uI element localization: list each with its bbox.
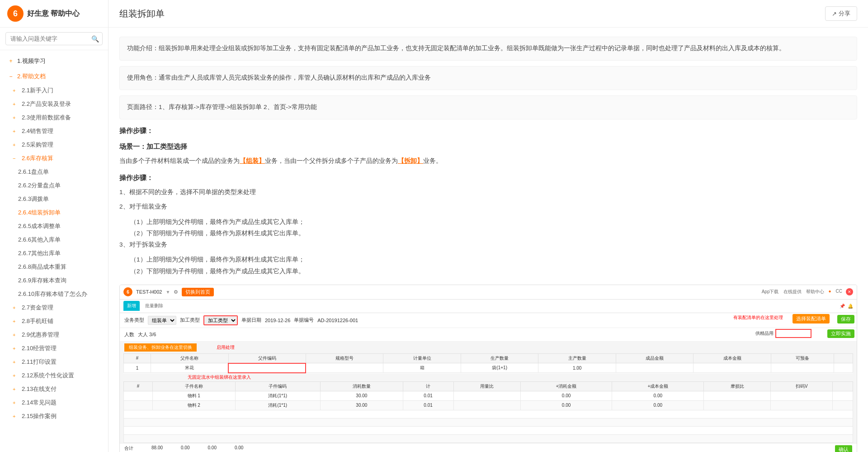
plus-icon-mobile: + (13, 319, 19, 324)
th-parent-name: 父件名称 (151, 353, 228, 363)
sidebar-item-inventory[interactable]: − 2.6库存核算 (0, 152, 108, 165)
sidebar-header: 6 好生意 帮助中心 (0, 0, 108, 28)
sidebar-item-finance[interactable]: + 2.7资金管理 (0, 301, 108, 314)
screenshot-enable-input[interactable] (775, 329, 811, 338)
sidebar-leaf-cost-calc[interactable]: 2.6.8商品成本重算 (0, 260, 108, 274)
sidebar-item-custom[interactable]: + 2.12系统个性化设置 (0, 369, 108, 382)
sidebar-item-sales[interactable]: + 2.4销售管理 (0, 124, 108, 138)
sidebar-leaf-other-out[interactable]: 2.6.7其他出库单 (0, 247, 108, 260)
screenshot-bottom-action: 确认 (835, 445, 852, 452)
sidebar-item-mgmt[interactable]: + 2.10经营管理 (0, 342, 108, 355)
sidebar-item-print[interactable]: + 2.11打印设置 (0, 355, 108, 369)
screenshot-settings-icon: ⚙ (174, 289, 178, 295)
sidebar-leaf-stock-count2[interactable]: 2.6.2分量盘点单 (0, 179, 108, 192)
td-prod-qty: 袋(1+1) (461, 363, 538, 373)
sidebar-leaf-other-in[interactable]: 2.6.6其他入库单 (0, 233, 108, 247)
td-spec (306, 363, 383, 373)
plus-icon: + (7, 57, 14, 65)
screenshot-confirm-btn[interactable]: 立即实施 (827, 329, 854, 338)
func-desc-block: 功能介绍：组装拆卸单用来处理企业组装或拆卸等加工业务，支持有固定装配清单的产品加… (119, 37, 857, 61)
td-num: 1 (124, 363, 151, 373)
screenshot-type-select[interactable]: 组装单 拆卸单 (148, 316, 176, 325)
sidebar-leaf-account-err[interactable]: 2.6.10库存账本错了怎么办 (0, 287, 108, 301)
step3-text: 3、对于拆装业务 (119, 239, 857, 250)
screenshot-form-label-num: 单据编号 (294, 317, 314, 324)
screenshot-inner: 6 TEST-H002 ▼ ⚙ 切换到首页 App下载 在线提供 帮助中心 ● … (120, 285, 857, 452)
sidebar-item-purchase[interactable]: + 2.5采购管理 (0, 138, 108, 152)
share-button[interactable]: ↗ 分享 (825, 6, 857, 21)
screenshot-form-label2: 人数 (124, 331, 134, 338)
sidebar-leaf-adjust[interactable]: 2.6.3调拨单 (0, 192, 108, 206)
screenshot-top-icons: App下载 在线提供 帮助中心 ● CC (762, 289, 842, 295)
td2-num (124, 391, 153, 400)
screenshot-enable-annotation: 启用处理 (217, 345, 235, 350)
sidebar-item-new[interactable]: + 2.1新手入门 (0, 84, 108, 97)
th2-scan: 扫码V (771, 381, 833, 391)
search-button[interactable]: 🔍 (91, 35, 99, 43)
sidebar-item-coupon[interactable]: + 2.9优惠券管理 (0, 328, 108, 342)
th-main-qty: 主产数量 (538, 353, 616, 363)
td2-consume-amt: 0.00 (520, 391, 612, 400)
sidebar-leaf-cost-adj[interactable]: 2.6.5成本调整单 (0, 219, 108, 233)
th-num: # (124, 353, 151, 363)
screenshot-user-dot: ● (829, 289, 831, 295)
plus-icon-coupon: + (13, 332, 19, 338)
td-cost-amt (693, 363, 771, 373)
step2-text: 2、对于组装业务 (119, 201, 857, 212)
sidebar-item-mobile[interactable]: + 2.8手机旺铺 (0, 314, 108, 328)
screenshot-date-val: 2019-12-26 (265, 318, 290, 323)
sidebar-leaf-stock-count[interactable]: 2.6.1盘点单 (0, 165, 108, 179)
td2-loss2 (704, 400, 771, 410)
plus-icon-mgmt: + (13, 346, 19, 351)
td2-child-code2: 消耗(1*1) (235, 400, 320, 410)
th2-cost-amt: +成本金额 (612, 381, 704, 391)
screenshot-logo: 6 (123, 287, 132, 296)
nav-sub-docs: + 2.1新手入门 + 2.2产品安装及登录 + 2.3使用前数据准备 + 2.… (0, 84, 108, 423)
screenshot-bottom-val4: 0.00 (235, 445, 243, 452)
screenshot-nav-icons: 📌 🔔 (840, 304, 853, 309)
scene1-desc: 当由多个子件材料组装成一个成品的业务为【组装】业务，当由一个父件拆分成多个子产品… (119, 156, 857, 167)
screenshot-switch-btn[interactable]: 切换到首页 (182, 288, 214, 296)
sidebar-item-video[interactable]: + 1.视频学习 (0, 54, 108, 68)
sidebar-item-cases[interactable]: + 2.15操作案例 (0, 409, 108, 423)
td2-action (833, 391, 853, 400)
screenshot-bottom-confirm-btn[interactable]: 确认 (835, 445, 852, 452)
screenshot-child-table: # 子件名称 子件编码 消耗数量 计 用量比 +消耗金额 +成本金额 摩损比 扫… (123, 381, 853, 443)
th2-child-name: 子件名称 (152, 381, 235, 391)
sidebar-item-install[interactable]: + 2.2产品安装及登录 (0, 97, 108, 111)
th-available: 可预备 (771, 353, 834, 363)
plus-icon-cases: + (13, 414, 19, 419)
operation-title: 操作步骤： (119, 127, 857, 135)
sidebar-leaf-assemble[interactable]: 2.6.4组装拆卸单 (0, 206, 108, 219)
sidebar-item-faq[interactable]: + 2.14常见问题 (0, 396, 108, 409)
sidebar-item-pay[interactable]: + 2.13在线支付 (0, 382, 108, 396)
share-icon: ↗ (832, 10, 837, 17)
screenshot-save-btn[interactable]: 保存 (837, 315, 854, 324)
search-input[interactable] (5, 32, 103, 45)
td2-consume-qty: 30.00 (321, 391, 403, 400)
table-row (124, 434, 853, 442)
th-cost-amt: 成本金额 (693, 353, 771, 363)
screenshot-choose-btn[interactable]: 选择装配清单 (793, 314, 830, 324)
screenshot-form-label-proc: 加工类型 (180, 317, 200, 324)
td2-scan2 (771, 400, 833, 410)
th2-ratio: 用量比 (453, 381, 520, 391)
sidebar-leaf-stock-query[interactable]: 2.6.9库存账本查询 (0, 274, 108, 287)
screenshot-help-center: 帮助中心 (806, 289, 824, 295)
th2-loss-ratio: 摩损比 (704, 381, 771, 391)
screenshot-bottom-val2: 0.00 (181, 445, 189, 452)
screenshot-close-btn[interactable]: ✕ (846, 288, 853, 295)
screenshot-proc-select[interactable]: 加工类型 (203, 315, 238, 325)
plus-icon-finance: + (13, 305, 19, 310)
plus-icon-new: + (13, 88, 19, 93)
screenshot-nav-icon-1: 📌 (840, 304, 845, 309)
sidebar-item-docs[interactable]: − 2.帮助文档 (0, 69, 108, 84)
sidebar-item-data[interactable]: + 2.3使用前数据准备 (0, 111, 108, 124)
main-content-area: 组装拆卸单 ↗ 分享 功能介绍：组装拆卸单用来处理企业组装或拆卸等加工业务，支持… (108, 0, 868, 452)
screenshot-tab-batch-delete[interactable]: 批量删除 (142, 301, 167, 311)
screenshot-dropdown-icon: ▼ (165, 290, 170, 295)
screenshot-tab-new[interactable]: 新增 (123, 301, 140, 311)
th2-consume-amt: +消耗金额 (520, 381, 612, 391)
annotation-no-fixed: 无固定流水中组装绑在这里录入 (188, 374, 251, 381)
role-desc-text: 使用角色：通常由生产人员或库管人员完成拆装业务的操作，库管人员确认原材料的出库和… (127, 73, 849, 83)
